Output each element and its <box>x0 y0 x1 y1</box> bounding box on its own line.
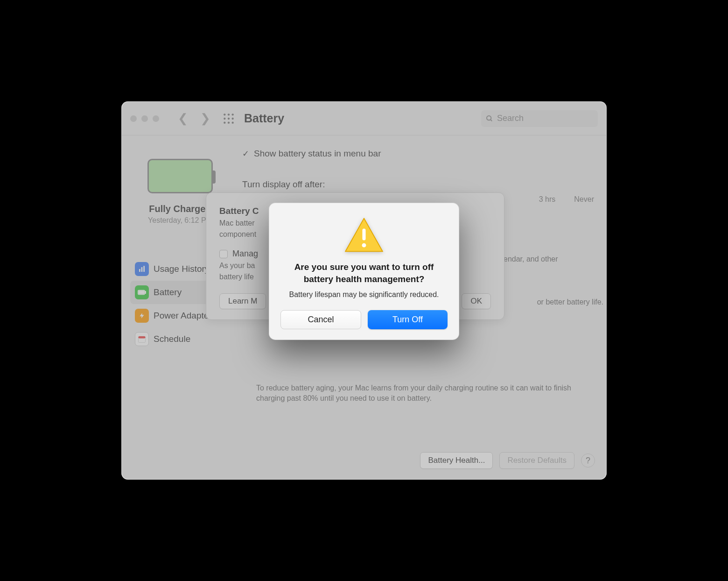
chart-icon <box>135 262 149 276</box>
zoom-window-icon[interactable] <box>153 115 159 122</box>
traffic-lights <box>130 115 159 122</box>
sidebar-item-label: Power Adapter <box>154 311 212 321</box>
svg-point-5 <box>232 117 234 119</box>
checkbox-icon <box>219 250 228 258</box>
battery-status-time: Yesterday, 6:12 PM <box>148 216 212 225</box>
alert-title: Are you sure you want to turn off batter… <box>280 261 448 285</box>
battery-health-button[interactable]: Battery Health... <box>420 452 493 469</box>
search-icon <box>486 115 493 122</box>
partial-desc-better: or better battery life. <box>537 298 603 306</box>
turn-off-button[interactable]: Turn Off <box>368 310 448 329</box>
battery-level-icon <box>147 159 213 193</box>
svg-point-9 <box>487 116 491 120</box>
sidebar-item-label: Schedule <box>154 334 190 344</box>
page-title: Battery <box>244 112 284 125</box>
battery-icon <box>135 285 149 299</box>
checkmark-icon: ✓ <box>242 149 249 159</box>
forward-button[interactable]: ❯ <box>200 111 210 126</box>
svg-rect-13 <box>143 266 145 272</box>
show-all-icon[interactable] <box>223 113 235 125</box>
battery-status-label: Fully Charged <box>149 204 211 214</box>
svg-point-21 <box>362 243 366 248</box>
svg-point-2 <box>232 113 234 115</box>
svg-point-7 <box>228 121 230 123</box>
slider-tick-3hrs: 3 hrs <box>539 195 556 204</box>
manage-label: Manag <box>232 249 258 259</box>
system-preferences-window: ❮ ❯ Battery Search Fully Charged Yesterd… <box>121 101 607 480</box>
svg-point-8 <box>232 121 234 123</box>
partial-desc-calendar: endar, and other <box>504 255 597 263</box>
search-input[interactable]: Search <box>481 110 598 127</box>
svg-rect-15 <box>145 291 146 294</box>
back-button[interactable]: ❮ <box>178 111 188 126</box>
turn-display-off-label: Turn display off after: <box>242 179 595 190</box>
svg-point-1 <box>228 113 230 115</box>
show-status-label: Show battery status in menu bar <box>254 149 381 159</box>
svg-point-3 <box>224 117 225 119</box>
titlebar: ❮ ❯ Battery Search <box>122 102 606 135</box>
svg-line-10 <box>490 120 492 121</box>
bolt-icon <box>135 309 149 323</box>
minimize-window-icon[interactable] <box>141 115 148 122</box>
svg-point-4 <box>228 117 230 119</box>
svg-point-6 <box>224 121 225 123</box>
close-window-icon[interactable] <box>130 115 137 122</box>
svg-rect-16 <box>139 291 144 294</box>
optimized-charging-desc: To reduce battery aging, your Mac learns… <box>256 383 597 404</box>
alert-message: Battery lifespan may be significantly re… <box>280 290 448 300</box>
slider-tick-never: Never <box>574 195 594 204</box>
sidebar-item-label: Usage History <box>154 264 209 274</box>
sidebar-item-schedule[interactable]: Schedule <box>130 327 230 351</box>
warning-icon <box>343 216 385 254</box>
svg-rect-11 <box>139 269 140 272</box>
svg-rect-12 <box>141 267 143 272</box>
help-button[interactable]: ? <box>581 453 595 468</box>
ok-button[interactable]: OK <box>462 293 491 309</box>
search-placeholder: Search <box>497 113 524 123</box>
cancel-button[interactable]: Cancel <box>280 310 361 329</box>
svg-rect-20 <box>362 229 365 241</box>
confirm-alert: Are you sure you want to turn off batter… <box>269 203 459 340</box>
nav-arrows: ❮ ❯ <box>178 111 210 126</box>
show-status-checkbox[interactable]: ✓ Show battery status in menu bar <box>242 149 595 159</box>
calendar-icon <box>135 332 149 346</box>
restore-defaults-button[interactable]: Restore Defaults <box>499 452 574 469</box>
svg-point-0 <box>224 113 225 115</box>
sidebar-item-label: Battery <box>154 287 182 298</box>
learn-more-button[interactable]: Learn M <box>219 293 266 309</box>
svg-rect-18 <box>139 336 146 339</box>
